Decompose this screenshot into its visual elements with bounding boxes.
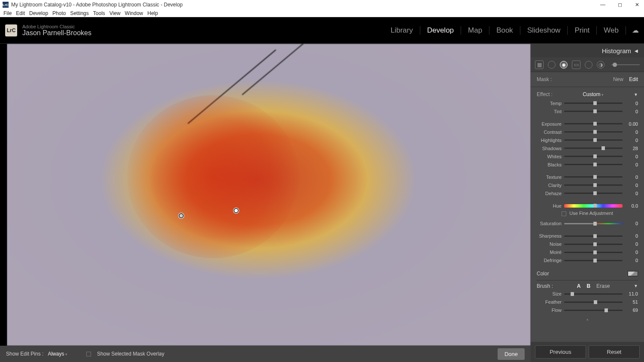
slider-feather-thumb[interactable]	[594, 300, 597, 304]
spot-removal-tool-icon[interactable]	[548, 61, 556, 69]
slider-blacks-track[interactable]	[564, 164, 623, 165]
tool-amount-slider[interactable]	[611, 64, 640, 65]
effect-disclosure-icon[interactable]: ▼	[634, 92, 638, 97]
slider-moire-track[interactable]	[564, 252, 623, 253]
slider-whites-thumb[interactable]	[593, 154, 597, 158]
slider-dehaze-value[interactable]: 0	[625, 191, 638, 196]
slider-moire-thumb[interactable]	[593, 250, 597, 254]
slider-flow[interactable]: Flow69	[537, 306, 638, 314]
edit-pins-mode-dropdown[interactable]: Always	[48, 351, 67, 357]
module-develop[interactable]: Develop	[420, 26, 461, 35]
menu-settings[interactable]: Settings	[68, 10, 90, 16]
slider-sharpness-thumb[interactable]	[593, 234, 597, 238]
slider-saturation[interactable]: Saturation0	[537, 220, 638, 228]
slider-moire[interactable]: Moiré0	[537, 248, 638, 256]
show-mask-overlay-checkbox[interactable]	[86, 352, 91, 356]
slider-temp-thumb[interactable]	[593, 101, 597, 105]
effect-dropdown[interactable]: Custom	[583, 91, 604, 97]
slider-saturation-thumb[interactable]	[593, 222, 597, 226]
slider-sharpness-track[interactable]	[564, 235, 623, 237]
slider-noise[interactable]: Noise0	[537, 240, 638, 248]
slider-sharpness-value[interactable]: 0	[625, 233, 638, 238]
slider-clarity[interactable]: Clarity0	[537, 181, 638, 189]
histogram-header[interactable]: Histogram ◀	[531, 44, 644, 57]
slider-blacks-thumb[interactable]	[593, 163, 597, 166]
done-button[interactable]: Done	[498, 348, 525, 360]
slider-temp-track[interactable]	[564, 103, 623, 104]
slider-feather-track[interactable]	[564, 302, 623, 303]
slider-contrast-track[interactable]	[564, 131, 623, 133]
slider-highlights[interactable]: Highlights0	[537, 136, 638, 144]
brush-b-button[interactable]: B	[586, 283, 590, 289]
module-map[interactable]: Map	[461, 26, 489, 35]
slider-temp-value[interactable]: 0	[625, 101, 638, 106]
slider-clarity-value[interactable]: 0	[625, 183, 638, 188]
maximize-button[interactable]: ◻	[616, 2, 624, 8]
slider-saturation-track[interactable]	[564, 223, 623, 224]
module-library[interactable]: Library	[384, 26, 420, 35]
slider-highlights-value[interactable]: 0	[625, 138, 638, 143]
radial-filter-icon[interactable]	[585, 61, 592, 69]
menu-view[interactable]: View	[108, 10, 122, 16]
slider-saturation-value[interactable]: 0	[625, 221, 638, 226]
slider-defringe-value[interactable]: 0	[625, 258, 638, 263]
menu-window[interactable]: Window	[123, 10, 145, 16]
slider-tint-track[interactable]	[564, 111, 623, 112]
graduated-filter-icon[interactable]: ▭	[572, 60, 580, 69]
module-book[interactable]: Book	[489, 26, 520, 35]
mask-new-button[interactable]: New	[613, 76, 623, 82]
edit-pin-1[interactable]	[179, 213, 184, 218]
slider-exposure[interactable]: Exposure0.00	[537, 120, 638, 128]
previous-button[interactable]: Previous	[535, 345, 586, 359]
slider-defringe-track[interactable]	[564, 260, 623, 261]
slider-hue[interactable]: Hue0.0	[537, 202, 638, 210]
slider-dehaze-track[interactable]	[564, 193, 623, 194]
module-print[interactable]: Print	[568, 26, 597, 35]
menu-photo[interactable]: Photo	[51, 10, 67, 16]
slider-texture[interactable]: Texture0	[537, 173, 638, 181]
slider-noise-thumb[interactable]	[593, 242, 597, 246]
module-slideshow[interactable]: Slideshow	[520, 26, 568, 35]
panel-resize-notch[interactable]	[531, 317, 644, 320]
use-fine-adjustment-checkbox[interactable]	[562, 211, 566, 216]
slider-shadows[interactable]: Shadows28	[537, 144, 638, 152]
slider-dehaze-thumb[interactable]	[593, 191, 597, 195]
minimize-button[interactable]: —	[598, 2, 607, 8]
slider-exposure-thumb[interactable]	[593, 122, 597, 126]
menu-file[interactable]: File	[2, 10, 13, 16]
slider-feather[interactable]: Feather51	[537, 298, 638, 306]
slider-size-track[interactable]	[564, 293, 623, 295]
slider-flow-track[interactable]	[564, 310, 623, 311]
menu-tools[interactable]: Tools	[91, 10, 107, 16]
slider-highlights-thumb[interactable]	[593, 138, 597, 142]
edit-pin-2[interactable]	[234, 208, 239, 213]
slider-hue-value[interactable]: 0.0	[625, 203, 638, 208]
slider-size[interactable]: Size11.0	[537, 290, 638, 298]
slider-hue-thumb[interactable]	[593, 204, 597, 208]
slider-exposure-value[interactable]: 0.00	[625, 121, 638, 127]
adjustment-brush-icon[interactable]: ◑	[597, 61, 605, 69]
slider-shadows-track[interactable]	[564, 148, 623, 149]
slider-moire-value[interactable]: 0	[625, 250, 638, 255]
brush-disclosure-icon[interactable]: ▼	[634, 284, 638, 288]
brush-erase-button[interactable]: Erase	[596, 283, 610, 289]
slider-noise-value[interactable]: 0	[625, 241, 638, 247]
image-canvas[interactable]	[7, 44, 531, 346]
module-web[interactable]: Web	[597, 26, 626, 35]
use-fine-adjustment-row[interactable]: Use Fine Adjustment	[537, 210, 638, 220]
slider-clarity-track[interactable]	[564, 184, 623, 186]
color-swatch[interactable]	[628, 271, 638, 276]
slider-dehaze[interactable]: Dehaze0	[537, 189, 638, 197]
crop-tool-icon[interactable]: ▦	[535, 60, 544, 69]
slider-flow-thumb[interactable]	[605, 308, 608, 312]
close-button[interactable]: ✕	[633, 2, 641, 8]
slider-shadows-thumb[interactable]	[601, 146, 605, 150]
slider-blacks[interactable]: Blacks0	[537, 160, 638, 169]
slider-flow-value[interactable]: 69	[625, 308, 638, 313]
slider-tint-value[interactable]: 0	[625, 109, 638, 114]
slider-tint[interactable]: Tint0	[537, 107, 638, 115]
slider-feather-value[interactable]: 51	[625, 299, 638, 305]
slider-texture-thumb[interactable]	[593, 175, 597, 179]
slider-sharpness[interactable]: Sharpness0	[537, 232, 638, 240]
menu-help[interactable]: Help	[146, 10, 160, 16]
